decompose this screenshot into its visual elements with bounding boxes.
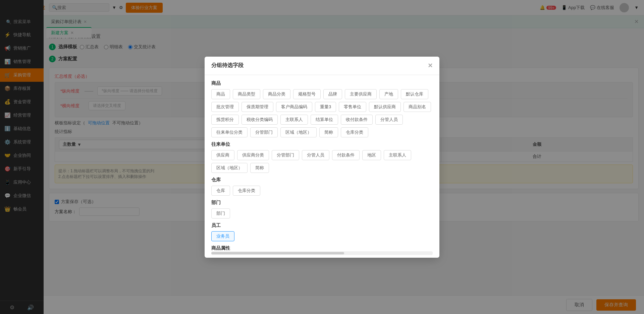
- section-tags-4: 业务员: [211, 231, 433, 241]
- field-tag-0-17[interactable]: 主联系人: [280, 115, 308, 125]
- field-tag-0-24[interactable]: 简称: [319, 127, 338, 137]
- modal-title: 分组待选字段: [211, 62, 244, 69]
- field-tag-0-15[interactable]: 拣货积分: [211, 115, 239, 125]
- field-tag-3-0[interactable]: 部门: [211, 208, 230, 218]
- field-tag-1-6[interactable]: 主联系人: [384, 150, 411, 160]
- field-tag-2-0[interactable]: 仓库: [211, 186, 230, 196]
- section-title-1: 往来单位: [211, 141, 433, 147]
- section-title-3: 部门: [211, 200, 433, 206]
- modal-close-button[interactable]: ✕: [428, 62, 433, 69]
- field-tag-1-2[interactable]: 分管部门: [272, 150, 299, 160]
- modal-horizontal-scrollbar[interactable]: [211, 251, 433, 255]
- field-tag-0-7[interactable]: 默认仓库: [401, 89, 428, 99]
- field-select-modal: 分组待选字段 ✕ 商品商品商品类型商品分类规格型号品牌主要供应商产地默认仓库批次…: [205, 57, 439, 258]
- modal-overlay: 分组待选字段 ✕ 商品商品商品类型商品分类规格型号品牌主要供应商产地默认仓库批次…: [0, 0, 644, 314]
- field-tag-1-5[interactable]: 地区: [362, 150, 381, 160]
- field-tag-0-22[interactable]: 分管部门: [250, 127, 278, 137]
- field-tag-1-4[interactable]: 付款条件: [332, 150, 360, 160]
- section-tags-0: 商品商品类型商品分类规格型号品牌主要供应商产地默认仓库批次管理保质期管理客户商品…: [211, 89, 433, 137]
- field-tag-0-8[interactable]: 批次管理: [211, 102, 239, 112]
- field-tag-0-19[interactable]: 收付款条件: [341, 115, 373, 125]
- field-tag-1-7[interactable]: 区域（地区）: [211, 163, 248, 173]
- section-title-2: 仓库: [211, 177, 433, 183]
- modal-body[interactable]: 商品商品商品类型商品分类规格型号品牌主要供应商产地默认仓库批次管理保质期管理客户…: [205, 75, 439, 251]
- field-tag-0-18[interactable]: 结算单位: [311, 115, 338, 125]
- field-tag-0-11[interactable]: 重量3: [315, 102, 336, 112]
- field-tag-0-5[interactable]: 主要供应商: [345, 89, 377, 99]
- section-tags-3: 部门: [211, 208, 433, 218]
- field-tag-0-21[interactable]: 往来单位分类: [211, 127, 248, 137]
- field-tag-0-10[interactable]: 客户商品编码: [276, 102, 312, 112]
- field-tag-0-3[interactable]: 规格型号: [293, 89, 321, 99]
- field-tag-1-0[interactable]: 供应商: [211, 150, 234, 160]
- section-tags-2: 仓库仓库分类: [211, 186, 433, 196]
- field-tag-0-6[interactable]: 产地: [379, 89, 398, 99]
- field-tag-0-25[interactable]: 仓库分类: [341, 127, 368, 137]
- field-tag-1-3[interactable]: 分管人员: [302, 150, 329, 160]
- field-tag-0-9[interactable]: 保质期管理: [241, 102, 273, 112]
- section-tags-1: 供应商供应商分类分管部门分管人员付款条件地区主联系人区域（地区）简称: [211, 150, 433, 173]
- field-tag-4-0[interactable]: 业务员: [211, 231, 234, 241]
- section-title-5: 商品属性: [211, 245, 433, 251]
- field-tag-0-1[interactable]: 商品类型: [233, 89, 260, 99]
- field-tag-0-16[interactable]: 税收分类编码: [241, 115, 278, 125]
- section-title-4: 员工: [211, 223, 433, 229]
- field-tag-0-20[interactable]: 分管人员: [375, 115, 403, 125]
- modal-sections: 商品商品商品类型商品分类规格型号品牌主要供应商产地默认仓库批次管理保质期管理客户…: [211, 80, 433, 251]
- field-tag-0-13[interactable]: 默认供应商: [369, 102, 401, 112]
- field-tag-0-23[interactable]: 区域（地区）: [280, 127, 317, 137]
- field-tag-1-8[interactable]: 简称: [250, 163, 269, 173]
- field-tag-0-12[interactable]: 零售单位: [339, 102, 366, 112]
- field-tag-0-2[interactable]: 商品分类: [263, 89, 290, 99]
- modal-header: 分组待选字段 ✕: [205, 57, 439, 75]
- field-tag-1-1[interactable]: 供应商分类: [237, 150, 269, 160]
- section-title-0: 商品: [211, 80, 433, 86]
- modal-hscroll-thumb[interactable]: [211, 252, 344, 254]
- field-tag-0-14[interactable]: 商品别名: [404, 102, 431, 112]
- field-tag-2-1[interactable]: 仓库分类: [233, 186, 260, 196]
- field-tag-0-4[interactable]: 品牌: [323, 89, 342, 99]
- field-tag-0-0[interactable]: 商品: [211, 89, 230, 99]
